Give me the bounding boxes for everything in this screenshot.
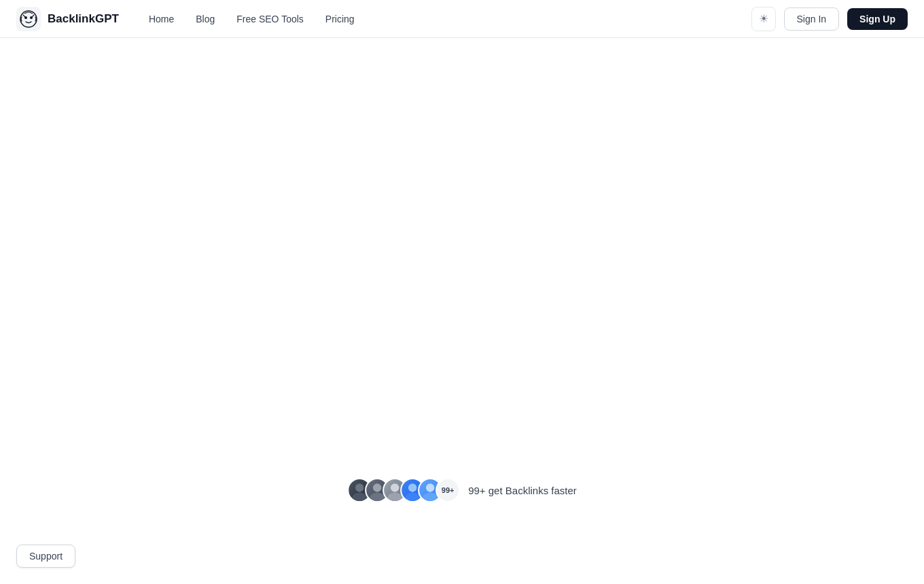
nav-link-free-seo-tools[interactable]: Free SEO Tools	[228, 10, 312, 29]
brand-logo-link[interactable]: BacklinkGPT	[16, 7, 119, 31]
social-proof-strip: 99+ 99+ get Backlinks faster	[347, 478, 577, 502]
avatar-group: 99+	[347, 478, 460, 502]
brand-name: BacklinkGPT	[48, 12, 119, 26]
svg-point-11	[405, 493, 419, 502]
main-content: 99+ 99+ get Backlinks faster	[0, 38, 924, 584]
svg-point-10	[408, 483, 416, 492]
nav-links: Home Blog Free SEO Tools Pricing	[141, 10, 363, 29]
svg-point-4	[355, 483, 363, 492]
svg-point-8	[391, 483, 399, 492]
sun-icon: ☀	[759, 12, 768, 25]
theme-toggle-button[interactable]: ☀	[751, 7, 776, 31]
navbar: BacklinkGPT Home Blog Free SEO Tools Pri…	[0, 0, 924, 38]
nav-link-blog[interactable]: Blog	[188, 10, 223, 29]
svg-point-5	[352, 493, 366, 502]
brand-logo-icon	[16, 7, 41, 31]
sign-in-button[interactable]: Sign In	[784, 7, 840, 31]
navbar-right: ☀ Sign In Sign Up	[751, 7, 908, 31]
sign-up-button[interactable]: Sign Up	[847, 8, 908, 30]
svg-point-13	[423, 493, 437, 502]
svg-point-6	[373, 483, 381, 492]
social-proof-text: 99+ get Backlinks faster	[468, 485, 577, 496]
svg-point-9	[387, 493, 402, 502]
svg-point-7	[370, 493, 384, 502]
support-button[interactable]: Support	[16, 545, 75, 568]
navbar-left: BacklinkGPT Home Blog Free SEO Tools Pri…	[16, 7, 363, 31]
nav-link-home[interactable]: Home	[141, 10, 182, 29]
nav-link-pricing[interactable]: Pricing	[317, 10, 363, 29]
svg-point-12	[426, 483, 434, 492]
avatar-count-badge: 99+	[436, 478, 460, 502]
